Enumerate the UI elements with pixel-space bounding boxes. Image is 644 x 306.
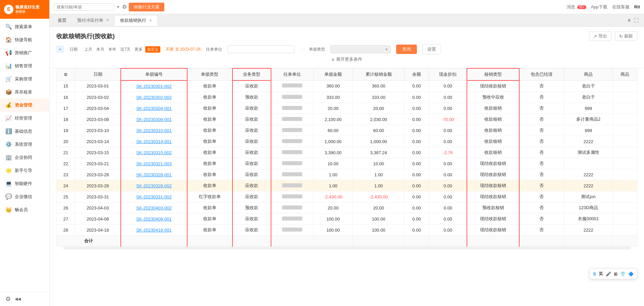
sidebar-item-finance[interactable]: 💰资金管理 bbox=[0, 99, 49, 112]
app-download-item[interactable]: App下载 bbox=[591, 4, 607, 10]
sidebar-item-basic-info[interactable]: ℹ️基础信息 bbox=[0, 125, 49, 138]
cell-partner bbox=[271, 191, 313, 202]
cell-date: 2023-04-03 bbox=[75, 202, 121, 213]
tab-writeoff[interactable]: 收款核销执行 ✕ bbox=[114, 15, 158, 26]
cell-voucher-type: 收款单 bbox=[187, 92, 232, 103]
ft-grid-icon[interactable]: ⊞ bbox=[614, 271, 618, 277]
voucher-type-label: 单据类型 bbox=[309, 47, 325, 52]
cell-discount: 0.00 bbox=[429, 158, 467, 169]
th-settings[interactable]: ⚙ bbox=[57, 68, 75, 80]
sidebar-item-guide[interactable]: 🌟新手引导 bbox=[0, 164, 49, 177]
tab-writeoff-close[interactable]: ✕ bbox=[149, 18, 152, 23]
cell-date: 2023-03-14 bbox=[75, 136, 121, 147]
expand-more-btn[interactable]: ∨ 展开更多条件 bbox=[331, 56, 362, 62]
cell-discount: 0.00 bbox=[429, 80, 467, 92]
sidebar-icon-guide: 🌟 bbox=[5, 167, 12, 174]
message-item[interactable]: 消息 99+ bbox=[567, 4, 586, 10]
date-this-month[interactable]: 本月 bbox=[95, 46, 106, 53]
sidebar-item-enterprise[interactable]: 🏢企业协同 bbox=[0, 151, 49, 164]
voucher-link[interactable]: SK-20230315-002 bbox=[136, 150, 172, 155]
sidebar-item-quick-nav[interactable]: 🏠快捷导航 bbox=[0, 33, 49, 46]
sidebar-item-inventory[interactable]: 📦库存核算 bbox=[0, 85, 49, 99]
cell-amount: 100.00 bbox=[313, 225, 353, 236]
online-service-item[interactable]: 在线客服 bbox=[612, 4, 630, 10]
cell-included: 否 bbox=[519, 225, 564, 236]
tab-prepay-close[interactable]: ✕ bbox=[106, 18, 109, 22]
voucher-link[interactable]: SK-20230328-001 bbox=[136, 172, 172, 177]
topbar: ▼ ⚙ 体验行业方案 消息 99+ App下载 在线客服 Rit bbox=[50, 0, 644, 14]
col-settings-icon[interactable]: ⚙ bbox=[64, 72, 68, 77]
sidebar-item-sales[interactable]: 📊销售管理 bbox=[0, 59, 49, 72]
gear-icon[interactable]: ⚙ bbox=[122, 4, 127, 10]
dropdown-icon[interactable]: ▼ bbox=[116, 5, 120, 9]
cell-partner bbox=[271, 202, 313, 213]
cell-write-off: -2,430.00 bbox=[353, 191, 405, 202]
cell-write-off-type: 收款核销 bbox=[467, 147, 519, 158]
cell-amount: 3,390.00 bbox=[313, 147, 353, 158]
ft-shirt-icon[interactable]: 👕 bbox=[620, 271, 626, 277]
user-name[interactable]: Rit bbox=[634, 4, 640, 9]
settings-icon[interactable]: ⚙ bbox=[5, 295, 11, 303]
partner-input[interactable] bbox=[227, 45, 294, 53]
voucher-link[interactable]: SK-20230310-001 bbox=[136, 128, 172, 133]
cell-included: 否 bbox=[519, 158, 564, 169]
voucher-type-select[interactable] bbox=[330, 45, 391, 53]
voucher-link[interactable]: SK-20230321-003 bbox=[136, 161, 172, 166]
cell-partner bbox=[271, 114, 313, 125]
voucher-link[interactable]: SK-20230301-002 bbox=[136, 84, 172, 89]
sidebar-bottom: ⚙ ◀◀ bbox=[0, 292, 49, 306]
sidebar-item-wechat[interactable]: 💬企业微信 bbox=[0, 190, 49, 203]
cell-included: 否 bbox=[519, 114, 564, 125]
sidebar-item-hardware[interactable]: 💻智能硬件 bbox=[0, 177, 49, 190]
voucher-link[interactable]: SK-20230304-001 bbox=[136, 106, 172, 111]
tab-home[interactable]: 首页 bbox=[52, 15, 72, 25]
ft-mic-icon[interactable]: 🎤 bbox=[606, 271, 611, 277]
date-7days[interactable]: 近7天 bbox=[119, 46, 132, 53]
voucher-link[interactable]: SK-20230403-002 bbox=[136, 205, 172, 210]
voucher-link[interactable]: SK-20230308-001 bbox=[136, 117, 172, 122]
cell-voucher-type: 收款单 bbox=[187, 125, 232, 136]
voucher-link[interactable]: SK-20230302-002 bbox=[136, 95, 172, 100]
voucher-link[interactable]: SK-20230314-001 bbox=[136, 139, 172, 144]
export-btn[interactable]: ↗ 导出 bbox=[589, 32, 611, 41]
date-last-month[interactable]: 上月 bbox=[83, 46, 94, 53]
voucher-link[interactable]: SK-20230331-002 bbox=[136, 194, 172, 199]
sidebar-item-search[interactable]: 🔍搜索菜单 bbox=[0, 20, 49, 33]
footer-goods2 bbox=[612, 236, 637, 247]
sidebar-item-purchase[interactable]: 🛒采购管理 bbox=[0, 72, 49, 85]
voucher-link[interactable]: SK-20230328-002 bbox=[136, 183, 172, 188]
cell-amount: 360.00 bbox=[313, 80, 353, 92]
query-btn[interactable]: 查询 bbox=[396, 45, 417, 54]
filter-toggle-btn[interactable]: » bbox=[56, 46, 64, 53]
horizontal-scrollbar[interactable] bbox=[63, 247, 631, 249]
voucher-link[interactable]: SK-20230408-001 bbox=[136, 217, 172, 222]
sidebar-item-system[interactable]: ⚙️系统管理 bbox=[0, 138, 49, 151]
date-custom-btn[interactable]: 自定义 bbox=[145, 46, 160, 53]
cell-included: 否 bbox=[519, 147, 564, 158]
date-more[interactable]: 更多 bbox=[133, 46, 144, 53]
cell-balance: 0.00 bbox=[405, 92, 429, 103]
cell-discount: -70.00 bbox=[429, 114, 467, 125]
th-discount: 现金折扣 bbox=[429, 68, 467, 80]
th-amount: 单据金额 bbox=[313, 68, 353, 80]
sidebar-item-marketing[interactable]: 📢营销推广 bbox=[0, 46, 49, 59]
ft-puzzle-icon[interactable]: 🔷 bbox=[628, 271, 634, 277]
cell-goods1: 衣服00001 bbox=[564, 213, 613, 225]
cell-date: 2023-03-31 bbox=[75, 191, 121, 202]
solution-btn[interactable]: 体验行业方案 bbox=[129, 3, 164, 11]
collapse-icon[interactable]: ◀◀ bbox=[15, 297, 21, 301]
date-this-year[interactable]: 本年 bbox=[107, 46, 118, 53]
settings-btn[interactable]: 设置 bbox=[422, 44, 441, 54]
sidebar-item-member[interactable]: 👑畅会员 bbox=[0, 203, 49, 216]
search-input[interactable] bbox=[54, 3, 114, 11]
tab-prepay[interactable]: 预付冲应付单 ✕ bbox=[72, 15, 114, 25]
sidebar-label-hardware: 智能硬件 bbox=[15, 181, 32, 187]
sidebar-item-operations[interactable]: 📈经营管理 bbox=[0, 112, 49, 125]
refresh-btn[interactable]: ↻ 刷新 bbox=[615, 32, 637, 41]
tab-maximize-btn[interactable]: ⛶ bbox=[634, 18, 639, 23]
cell-balance: 0.00 bbox=[405, 80, 429, 92]
tab-close-btn[interactable]: ✕ bbox=[627, 18, 631, 23]
cell-partner bbox=[271, 80, 313, 92]
voucher-link[interactable]: SK-20230418-001 bbox=[136, 228, 172, 233]
table-row: 24 2023-03-28 SK-20230328-002 收款单 应收款 1.… bbox=[57, 180, 637, 191]
